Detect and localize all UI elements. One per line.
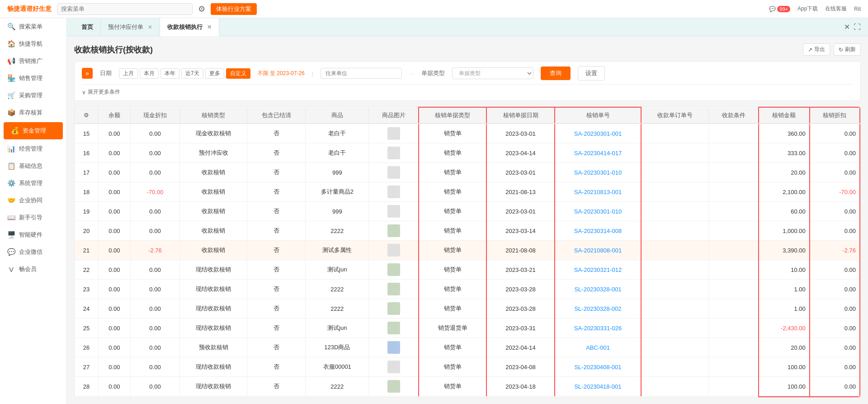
- sidebar-item-nav[interactable]: 🏠 快捷导航: [0, 35, 66, 52]
- query-button[interactable]: 查询: [541, 67, 571, 80]
- sidebar-item-search[interactable]: 🔍 搜索菜单: [0, 18, 66, 35]
- cell-writeoff-discount: 0.00: [810, 338, 860, 357]
- user-name: Rit: [854, 6, 861, 12]
- sidebar-item-basic[interactable]: 📋 基础信息: [0, 157, 66, 175]
- date-btn-last-month[interactable]: 上月: [119, 68, 138, 79]
- table-row: 17 0.00 0.00 收款核销 否 999 销货单 2023-03-01 S…: [75, 163, 860, 182]
- sidebar-label-vip: 畅会员: [19, 265, 37, 273]
- sidebar-item-collab[interactable]: 🤝 企业协同: [0, 192, 66, 209]
- cell-goods-img: [369, 377, 419, 396]
- cell-bill-no[interactable]: SA-20230321-012: [555, 260, 642, 280]
- cell-balance: 0.00: [99, 280, 131, 299]
- page-title-bar: 收款核销执行(按收款) ↗ 导出 ↻ 刷新: [74, 43, 861, 56]
- export-button[interactable]: ↗ 导出: [803, 43, 830, 56]
- cell-bill-type: 销货单: [419, 260, 486, 280]
- cell-seq: 26: [75, 338, 99, 357]
- setting-button[interactable]: 设置: [578, 66, 605, 81]
- date-btn-this-year[interactable]: 本年: [160, 68, 179, 79]
- cell-bill-no[interactable]: SA-20210808-001: [555, 241, 642, 260]
- sidebar-label-inventory: 库存核算: [19, 109, 42, 117]
- cell-bill-date: 2022-04-14: [486, 338, 554, 357]
- sidebar-item-system[interactable]: ⚙️ 系统管理: [0, 175, 66, 192]
- date-btn-this-month[interactable]: 本月: [140, 68, 159, 79]
- date-btn-7days[interactable]: 近7天: [181, 68, 203, 79]
- cell-bill-type: 销货单: [419, 241, 486, 260]
- cell-seq: 23: [75, 280, 99, 299]
- cell-seq: 20: [75, 221, 99, 241]
- tab-home[interactable]: 首页: [74, 18, 101, 36]
- notification-icon[interactable]: 💬 99+: [769, 6, 790, 12]
- cell-receipt-cond: [709, 241, 759, 260]
- sidebar-item-marketing[interactable]: 📢 营销推广: [0, 52, 66, 70]
- cell-balance: 0.00: [99, 241, 131, 260]
- cell-receipt-cond: [709, 377, 759, 396]
- tab-writeoff[interactable]: 收款核销执行 ✕: [160, 18, 219, 36]
- cell-bill-no[interactable]: ABC-001: [555, 338, 642, 357]
- cell-receipt-order: [641, 241, 708, 260]
- settings-icon[interactable]: ⚙: [198, 4, 205, 14]
- cell-receipt-order: [641, 202, 708, 221]
- cell-bill-no[interactable]: SL-20230328-002: [555, 299, 642, 318]
- main-area: 首页 预付冲应付单 ✕ 收款核销执行 ✕ ✕ ⛶ 收款核销执行(按收款): [67, 18, 868, 404]
- filter-separator-1: |: [312, 70, 313, 77]
- cell-bill-no[interactable]: SL-20230418-001: [555, 377, 642, 396]
- filter-expand-arrow[interactable]: »: [82, 68, 93, 79]
- tab-prepay[interactable]: 预付冲应付单 ✕: [101, 18, 160, 36]
- cell-bill-no[interactable]: SA-20230301-010: [555, 163, 642, 182]
- date-label: 日期: [100, 69, 112, 77]
- tab-prepay-label: 预付冲应付单: [108, 23, 143, 31]
- cell-balance: 0.00: [99, 377, 131, 396]
- sidebar-item-inventory[interactable]: 📦 库存核算: [0, 104, 66, 121]
- cell-bill-no[interactable]: SA-20230331-026: [555, 318, 642, 338]
- top-search-input[interactable]: [57, 3, 193, 15]
- col-header-bill-date: 核销单据日期: [486, 107, 554, 124]
- sidebar-label-marketing: 营销推广: [19, 57, 42, 65]
- date-buttons: 上月 本月 本年 近7天 更多 自定义: [119, 68, 250, 79]
- date-btn-more[interactable]: 更多: [205, 68, 224, 79]
- sidebar-item-wechat[interactable]: 💬 企业微信: [0, 243, 66, 261]
- bill-type-select[interactable]: 单据类型: [452, 67, 533, 79]
- cell-goods: 999: [306, 163, 369, 182]
- tab-prepay-close[interactable]: ✕: [148, 24, 152, 30]
- cell-seq: 24: [75, 299, 99, 318]
- cell-bill-no[interactable]: SA-20210813-001: [555, 182, 642, 202]
- cell-writeoff-discount: 0.00: [810, 299, 860, 318]
- cell-balance: 0.00: [99, 299, 131, 318]
- cell-bill-no[interactable]: SA-20230301-010: [555, 202, 642, 221]
- refresh-button[interactable]: ↻ 刷新: [834, 43, 861, 56]
- date-btn-custom[interactable]: 自定义: [226, 68, 250, 79]
- cell-balance: 0.00: [99, 338, 131, 357]
- sidebar-item-management[interactable]: 📊 经营管理: [0, 140, 66, 157]
- hardware-icon: 🖥️: [7, 231, 15, 239]
- cell-included-settled: 否: [247, 221, 306, 241]
- sidebar-item-purchase[interactable]: 🛒 采购管理: [0, 87, 66, 104]
- cell-bill-no[interactable]: SL-20230328-001: [555, 280, 642, 299]
- sidebar-label-system: 系统管理: [19, 179, 42, 187]
- cell-bill-no[interactable]: SA-20230314-008: [555, 221, 642, 241]
- from-unit-input[interactable]: [321, 68, 402, 79]
- cell-included-settled: 否: [247, 280, 306, 299]
- sidebar-item-sales[interactable]: 🏪 销售管理: [0, 70, 66, 87]
- cell-bill-type: 销货单: [419, 202, 486, 221]
- sidebar-item-hardware[interactable]: 🖥️ 智能硬件: [0, 226, 66, 243]
- maximize-icon[interactable]: ⛶: [854, 23, 861, 31]
- cell-bill-no[interactable]: SA-20230414-017: [555, 143, 642, 163]
- cell-writeoff-amount: 333.00: [759, 143, 810, 163]
- cell-bill-no[interactable]: SA-20230301-001: [555, 124, 642, 143]
- sidebar-item-guide[interactable]: 📖 新手引导: [0, 209, 66, 226]
- cell-bill-no[interactable]: SL-20230408-001: [555, 357, 642, 377]
- vip-icon: V: [7, 265, 15, 273]
- cell-writeoff-discount: 0.00: [810, 163, 860, 182]
- close-all-icon[interactable]: ✕: [844, 23, 850, 31]
- industry-solution-button[interactable]: 体验行业方案: [211, 3, 257, 15]
- app-download-link[interactable]: App下载: [797, 5, 818, 13]
- system-icon: ⚙️: [7, 179, 15, 187]
- sidebar-item-finance[interactable]: 💰 资金管理: [4, 122, 63, 139]
- tab-writeoff-close[interactable]: ✕: [207, 24, 212, 30]
- totals-writeoff-amount: [759, 396, 810, 397]
- online-service-link[interactable]: 在线客服: [825, 5, 847, 13]
- sidebar-item-vip[interactable]: V 畅会员: [0, 261, 66, 278]
- cell-bill-date: 2021-08-08: [486, 241, 554, 260]
- cell-writeoff-amount: 360.00: [759, 124, 810, 143]
- expand-more-row[interactable]: ∨ 展开更多条件: [82, 84, 853, 96]
